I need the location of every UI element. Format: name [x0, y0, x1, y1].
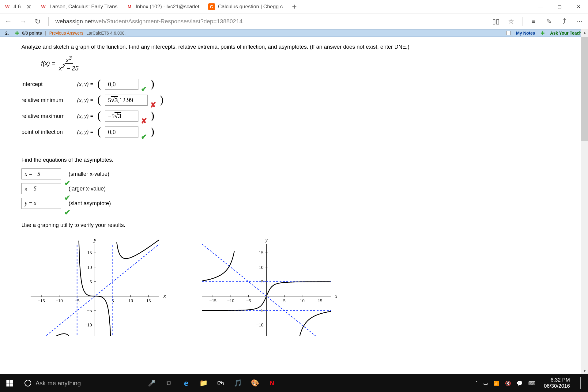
xy-equals: (x, y) =	[77, 80, 94, 89]
question-statement: Analyze and sketch a graph of the functi…	[21, 43, 567, 51]
graph-1-svg: −15−10−551015−15−10−551015xy	[21, 235, 168, 336]
graph-choices: −15−10−551015−15−10−551015xy −15−10−5510…	[21, 235, 567, 336]
hub-icon[interactable]: ≡	[529, 17, 538, 26]
graph-prompt: Use a graphing utility to verify your re…	[21, 221, 567, 229]
question-points: 6/8 points	[22, 31, 42, 36]
taskbar-clock[interactable]: 6:32 PM 06/30/2016	[541, 377, 573, 390]
svg-text:15: 15	[87, 251, 92, 255]
explorer-icon[interactable]: 📁	[195, 374, 212, 392]
maximize-button[interactable]: ▢	[550, 0, 569, 13]
relmin-row: relative minimum (x, y) = ( 5√3 ,12.99 ✘…	[21, 95, 567, 106]
row-label: intercept	[21, 80, 74, 89]
forward-button[interactable]: →	[19, 17, 27, 25]
more-icon[interactable]: ⋯	[575, 17, 584, 26]
tab-0[interactable]: W 4.6 ✕	[0, 0, 36, 13]
check-icon: ✔	[141, 131, 147, 142]
vertical-scrollbar[interactable]: ▲ ▼	[581, 29, 588, 374]
tab-1[interactable]: W Larson, Calculus: Early Trans	[36, 0, 122, 13]
xy-equals: (x, y) =	[77, 128, 94, 136]
svg-text:15: 15	[146, 298, 151, 303]
asym-desc: (slant asymptote)	[69, 199, 111, 208]
relmax-input[interactable]: −5√3	[105, 111, 138, 122]
svg-text:10: 10	[259, 265, 263, 270]
cortana-search[interactable]: Ask me anything 🎤	[20, 374, 160, 392]
tab-3[interactable]: C Calculus question | Chegg.c	[204, 0, 287, 13]
refresh-button[interactable]: ↻	[34, 17, 42, 25]
xy-equals: (x, y) =	[77, 96, 94, 104]
svg-text:y: y	[93, 237, 96, 243]
window-controls: — ▢ ✕	[531, 0, 588, 13]
svg-text:10: 10	[128, 298, 133, 303]
keyboard-icon[interactable]: ⌨	[528, 380, 535, 386]
check-icon: ✔	[64, 207, 70, 218]
asym-input-0[interactable]: x = −5	[21, 168, 61, 179]
svg-text:−5: −5	[87, 308, 92, 313]
reading-view-icon[interactable]: ▯▯	[492, 17, 500, 26]
intercept-row: intercept (x, y) = ( 0,0 ✔ )	[21, 79, 567, 90]
browser-titlebar: W 4.6 ✕ W Larson, Calculus: Early Trans …	[0, 0, 588, 13]
fx-numerator: x3	[65, 55, 73, 64]
search-placeholder: Ask me anything	[36, 380, 81, 387]
question-ref: LarCalcET6 4.6.008.	[86, 31, 126, 36]
tray-up-icon[interactable]: ˄	[475, 380, 478, 386]
plus-icon: ✚	[541, 30, 545, 36]
itunes-icon[interactable]: 🎵	[229, 374, 246, 392]
asym-input-1[interactable]: x = 5	[21, 183, 61, 194]
tab-2[interactable]: M Inbox (102) - lvc21@scarlet	[122, 0, 204, 13]
svg-text:y: y	[265, 237, 268, 243]
edge-icon[interactable]: e	[178, 374, 195, 392]
close-icon[interactable]: ✕	[26, 3, 32, 10]
row-label: relative maximum	[21, 112, 74, 120]
inflect-input[interactable]: 0,0	[105, 126, 138, 138]
start-button[interactable]	[0, 379, 20, 387]
svg-text:−10: −10	[227, 298, 234, 303]
ask-teacher-link[interactable]: Ask Your Teacher	[550, 31, 586, 36]
minimize-button[interactable]: —	[531, 0, 550, 13]
task-view-icon[interactable]: ⧉	[160, 374, 178, 392]
url-input[interactable]: webassign.net/web/Student/Assignment-Res…	[55, 18, 485, 25]
back-button[interactable]: ←	[4, 17, 12, 25]
x-icon: ✘	[150, 100, 156, 111]
svg-rect-64	[6, 383, 9, 386]
intercept-input[interactable]: 0,0	[105, 79, 138, 90]
battery-icon[interactable]: ▭	[483, 380, 488, 386]
favorite-icon[interactable]: ☆	[507, 17, 515, 26]
previous-answers-link[interactable]: Previous Answers	[49, 31, 83, 36]
svg-text:5: 5	[283, 298, 286, 303]
notifications-icon[interactable]: 💬	[517, 380, 523, 386]
clock-time: 6:32 PM	[544, 377, 570, 383]
volume-icon[interactable]: 🔇	[505, 380, 511, 386]
tab-icon: W	[40, 4, 47, 10]
asym-row-2: y = x ✔ (slant asymptote)	[21, 198, 567, 209]
graph-option-1[interactable]: −15−10−551015−15−10−551015xy	[21, 235, 168, 336]
svg-text:x: x	[335, 293, 337, 299]
new-tab-button[interactable]: +	[287, 0, 301, 13]
netflix-icon[interactable]: N	[263, 374, 281, 392]
clock-date: 06/30/2016	[544, 383, 570, 389]
scroll-down-icon[interactable]: ▼	[581, 368, 588, 374]
wifi-icon[interactable]: 📶	[493, 380, 499, 386]
url-path: /web/Student/Assignment-Responses/last?d…	[92, 18, 243, 24]
store-icon[interactable]: 🛍	[212, 374, 229, 392]
asym-input-2[interactable]: y = x	[21, 198, 61, 209]
scroll-up-icon[interactable]: ▲	[581, 29, 588, 36]
share-icon[interactable]: ⤴	[560, 17, 568, 26]
my-notes-link[interactable]: My Notes	[516, 31, 535, 36]
asym-desc: (larger x-value)	[69, 185, 106, 193]
paint-icon[interactable]: 🎨	[246, 374, 263, 392]
asym-desc: (smaller x-value)	[69, 170, 109, 178]
asymptote-prompt: Find the equations of the asymptotes.	[21, 156, 567, 164]
close-window-button[interactable]: ✕	[569, 0, 588, 13]
checkbox-icon[interactable]	[506, 31, 511, 35]
relmin-input[interactable]: 5√3 ,12.99	[105, 95, 148, 106]
svg-rect-62	[6, 380, 9, 383]
x-icon: ✘	[141, 115, 147, 126]
row-label: point of inflection	[21, 128, 74, 136]
tab-label: Calculus question | Chegg.c	[218, 4, 283, 10]
graph-option-2[interactable]: −15−10−551015−15−10−551015xy	[193, 235, 340, 336]
mic-icon[interactable]: 🎤	[148, 379, 156, 387]
svg-text:5: 5	[90, 279, 92, 284]
scroll-thumb[interactable]	[581, 37, 588, 141]
question-number: 2.	[2, 31, 12, 36]
note-icon[interactable]: ✎	[545, 17, 553, 26]
